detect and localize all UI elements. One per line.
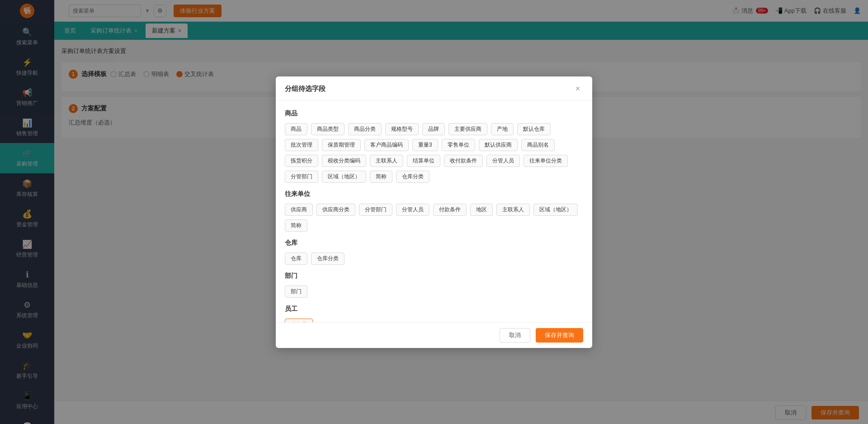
tag-2-1[interactable]: 仓库分类 [311,252,344,265]
section-title-2: 仓库 [285,239,583,247]
tag-0-17[interactable]: 主联系人 [370,155,403,167]
tag-0-1[interactable]: 商品类型 [311,123,344,135]
tag-0-20[interactable]: 分管人员 [486,155,520,167]
tag-1-1[interactable]: 供应商分类 [316,204,355,216]
field-select-dialog: 分组待选字段 × 商品商品商品类型商品分类规格型号品牌主要供应商产地默认仓库批次… [276,76,592,348]
tag-1-4[interactable]: 付款条件 [433,204,467,216]
tag-0-25[interactable]: 仓库分类 [396,171,429,183]
tag-0-12[interactable]: 零售单位 [442,139,475,151]
tag-0-21[interactable]: 往来单位分类 [524,155,568,167]
tag-0-0[interactable]: 商品 [285,123,307,135]
tag-group-2: 仓库仓库分类 [285,252,583,265]
tag-group-4: 业务员 [285,319,583,322]
tag-2-0[interactable]: 仓库 [285,252,307,265]
tag-1-2[interactable]: 分管部门 [359,204,392,216]
tag-1-0[interactable]: 供应商 [285,204,313,216]
tag-0-8[interactable]: 批次管理 [285,139,318,151]
tag-0-16[interactable]: 税收分类编码 [322,155,366,167]
tag-0-22[interactable]: 分管部门 [285,171,318,183]
tag-1-7[interactable]: 区域（地区） [533,204,578,216]
dialog-header: 分组待选字段 × [276,76,592,100]
tag-group-0: 商品商品类型商品分类规格型号品牌主要供应商产地默认仓库批次管理保质期管理客户商品… [285,123,583,183]
tag-0-13[interactable]: 默认供应商 [479,139,518,151]
cancel-button[interactable]: 取消 [500,328,530,343]
tag-0-4[interactable]: 品牌 [422,123,445,135]
tag-0-2[interactable]: 商品分类 [348,123,382,135]
tag-0-14[interactable]: 商品别名 [521,139,555,151]
dialog-footer: 取消 保存并查询 [276,322,592,348]
dialog-overlay: 分组待选字段 × 商品商品商品类型商品分类规格型号品牌主要供应商产地默认仓库批次… [0,0,868,424]
section-title-0: 商品 [285,110,583,118]
tag-0-15[interactable]: 拣货积分 [285,155,318,167]
tag-1-5[interactable]: 地区 [470,204,493,216]
tag-0-3[interactable]: 规格型号 [385,123,419,135]
tag-0-23[interactable]: 区域（地区） [322,171,366,183]
confirm-button[interactable]: 保存并查询 [536,328,583,343]
tag-0-10[interactable]: 客户商品编码 [364,139,409,151]
tag-0-9[interactable]: 保质期管理 [322,139,361,151]
tag-1-6[interactable]: 主联系人 [496,204,530,216]
tag-0-5[interactable]: 主要供应商 [448,123,487,135]
tag-0-11[interactable]: 重量3 [412,139,438,151]
dialog-body[interactable]: 商品商品商品类型商品分类规格型号品牌主要供应商产地默认仓库批次管理保质期管理客户… [276,100,592,322]
tag-0-24[interactable]: 简称 [370,171,392,183]
tag-group-3: 部门 [285,286,583,298]
tag-0-7[interactable]: 默认仓库 [517,123,551,135]
tag-0-19[interactable]: 收付款条件 [444,155,483,167]
tag-3-0[interactable]: 部门 [285,286,307,298]
section-title-4: 员工 [285,305,583,313]
tag-4-0[interactable]: 业务员 [285,319,313,322]
tag-0-18[interactable]: 结算单位 [407,155,440,167]
dialog-title: 分组待选字段 [285,85,326,93]
tag-1-3[interactable]: 分管人员 [396,204,429,216]
section-title-1: 往来单位 [285,190,583,198]
section-title-3: 部门 [285,272,583,280]
dialog-close-button[interactable]: × [572,84,583,95]
tag-group-1: 供应商供应商分类分管部门分管人员付款条件地区主联系人区域（地区）简称 [285,204,583,232]
tag-1-8[interactable]: 简称 [285,219,307,232]
tag-0-6[interactable]: 产地 [491,123,514,135]
